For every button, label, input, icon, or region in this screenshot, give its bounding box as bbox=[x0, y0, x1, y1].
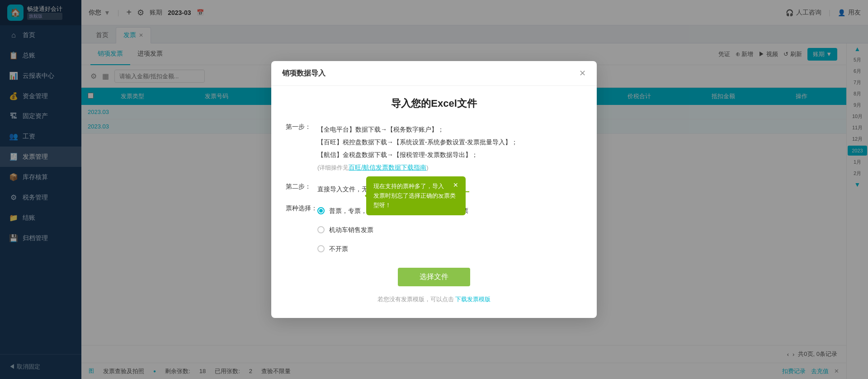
modal-footer: 若您没有发票模版，可以点击 下载发票模版 bbox=[286, 295, 582, 303]
modal-close-button[interactable]: ✕ bbox=[579, 68, 586, 78]
radio-option-1[interactable] bbox=[317, 207, 325, 214]
radio-label-2: 机动车销售发票 bbox=[329, 223, 373, 236]
step1-label: 第一步： bbox=[286, 123, 317, 174]
step1-line2: 【百旺】税控盘数据下载→【系统设置-系统参数设置-发票批量导入】； bbox=[317, 136, 582, 148]
modal-main-title: 导入您的Excel文件 bbox=[286, 97, 582, 110]
modal-overlay: 销项数据导入 ✕ 导入您的Excel文件 第一步： 【全电平台】数据下载→【税务… bbox=[0, 0, 868, 379]
ticket-label: 票种选择： bbox=[286, 204, 317, 255]
step1: 第一步： 【全电平台】数据下载→【税务数字账户】； 【百旺】税控盘数据下载→【系… bbox=[286, 123, 582, 174]
step1-link: (详细操作见百旺/航信发票数据下载指南) bbox=[317, 161, 582, 174]
download-template-link[interactable]: 下载发票模版 bbox=[455, 296, 491, 303]
guide-link[interactable]: 百旺/航信发票数据下载指南 bbox=[349, 164, 426, 171]
step1-content: 【全电平台】数据下载→【税务数字账户】； 【百旺】税控盘数据下载→【系统设置-系… bbox=[317, 123, 582, 174]
modal-title: 销项数据导入 bbox=[282, 69, 326, 78]
footer-text: 若您没有发票模版，可以点击 bbox=[377, 296, 454, 303]
step2-label: 第二步： bbox=[286, 183, 317, 195]
step1-line3: 【航信】金税盘数据下载→【报税管理-发票数据导出】； bbox=[317, 148, 582, 161]
tooltip-bubble: ✕ 现在支持的票种多了，导入发票时别忘了选择正确的发票类型呀！ bbox=[366, 176, 466, 215]
radio-option-2[interactable] bbox=[317, 226, 325, 233]
tooltip-line bbox=[444, 191, 469, 192]
modal-header: 销项数据导入 ✕ bbox=[271, 61, 597, 86]
step1-line1: 【全电平台】数据下载→【税务数字账户】； bbox=[317, 123, 582, 136]
tooltip-dot bbox=[439, 189, 444, 194]
radio-option-3[interactable] bbox=[317, 245, 325, 252]
select-file-button[interactable]: 选择文件 bbox=[398, 268, 470, 286]
tooltip-close-button[interactable]: ✕ bbox=[453, 182, 458, 188]
tooltip-text: 现在支持的票种多了，导入发票时别忘了选择正确的发票类型呀！ bbox=[373, 183, 456, 208]
radio-row-3[interactable]: 不开票 bbox=[317, 242, 582, 255]
radio-label-3: 不开票 bbox=[329, 242, 348, 255]
radio-row-2[interactable]: 机动车销售发票 bbox=[317, 223, 582, 236]
